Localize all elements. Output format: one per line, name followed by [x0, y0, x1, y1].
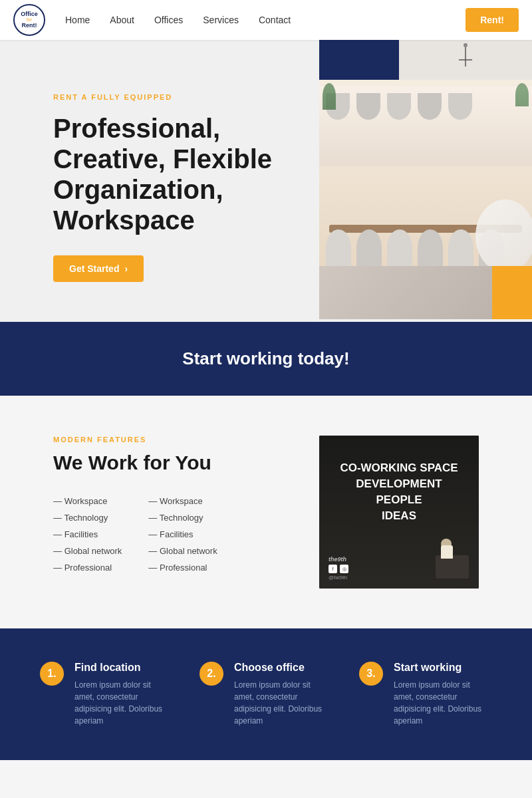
step-1: 1. Find location Lorem ipsum dolor sit a… — [40, 662, 173, 727]
features-list-col1: Workspace Technology Facilities Global n… — [53, 493, 122, 576]
list-item: Professional — [148, 559, 217, 576]
features-coworking-image: CO-WORKING SPACEDEVELOPMENTPEOPLEIDEAS t… — [319, 436, 479, 589]
coworking-heading: CO-WORKING SPACEDEVELOPMENTPEOPLEIDEAS — [340, 460, 458, 523]
step-2: 2. Choose office Lorem ipsum dolor sit a… — [200, 662, 332, 727]
features-tag: MODERN FEATURES — [53, 436, 279, 444]
arrow-icon: › — [124, 263, 128, 274]
hero-bottom-row — [319, 266, 532, 319]
hero-section: RENT A FULLY EQUIPPED Professional,Creat… — [0, 40, 532, 322]
banner-text: Start working today! — [182, 348, 349, 368]
lamp-icon — [446, 40, 485, 80]
step-2-desc: Lorem ipsum dolor sit amet, consectetur … — [234, 679, 332, 727]
coworking-brand: the9th f ◎ @fat9th — [329, 556, 348, 581]
list-item: Professional — [53, 559, 122, 576]
rent-button[interactable]: Rent! — [466, 8, 519, 32]
list-item: Global network — [53, 543, 122, 559]
features-section: MODERN FEATURES We Work for You Workspac… — [0, 396, 532, 628]
orange-accent-block — [492, 266, 532, 319]
steps-section: 1. Find location Lorem ipsum dolor sit a… — [0, 628, 532, 760]
step-3: 3. Start working Lorem ipsum dolor sit a… — [359, 662, 492, 727]
list-item: Workspace — [53, 493, 122, 509]
office-scene — [319, 80, 532, 266]
step-2-content: Choose office Lorem ipsum dolor sit amet… — [234, 662, 332, 727]
coworking-mock: CO-WORKING SPACEDEVELOPMENTPEOPLEIDEAS t… — [319, 436, 479, 589]
step-1-content: Find location Lorem ipsum dolor sit amet… — [74, 662, 173, 727]
lamp-area — [399, 40, 532, 80]
nav-home[interactable]: Home — [65, 15, 90, 25]
nav-services[interactable]: Services — [203, 15, 239, 25]
step-3-number: 3. — [359, 662, 383, 686]
features-content: MODERN FEATURES We Work for You Workspac… — [53, 436, 279, 589]
hero-images — [319, 40, 532, 322]
get-started-label: Get Started — [69, 263, 119, 274]
logo-text-office: Office — [21, 11, 38, 17]
list-item: Workspace — [148, 493, 217, 509]
navbar: Office for Rent! Home About Offices Serv… — [0, 0, 532, 40]
hero-bottom-photo — [319, 266, 492, 319]
list-item: Technology — [53, 509, 122, 526]
get-started-button[interactable]: Get Started › — [53, 255, 144, 282]
nav-contact[interactable]: Contact — [259, 15, 291, 25]
hero-subtitle: RENT A FULLY EQUIPPED — [53, 93, 286, 101]
features-list-col2: Workspace Technology Facilities Global n… — [148, 493, 217, 576]
features-title: We Work for You — [53, 452, 279, 474]
social-handle: @fat9th — [329, 575, 348, 581]
step-3-desc: Lorem ipsum dolor sit amet, consectetur … — [394, 679, 492, 727]
step-3-title: Start working — [394, 662, 492, 674]
logo-text-rent: Rent! — [22, 23, 37, 29]
navy-accent-block — [319, 40, 399, 80]
nav-offices[interactable]: Offices — [154, 15, 183, 25]
step-1-number: 1. — [40, 662, 64, 686]
logo[interactable]: Office for Rent! — [13, 4, 45, 36]
hero-top-row — [319, 40, 532, 80]
person-figure — [436, 555, 469, 579]
offers-section: FLEXIBLE ORGANIZATION Special offers — [0, 760, 532, 798]
step-2-title: Choose office — [234, 662, 332, 674]
nav-about[interactable]: About — [110, 15, 134, 25]
step-1-title: Find location — [74, 662, 173, 674]
list-item: Facilities — [53, 526, 122, 543]
list-item: Technology — [148, 509, 217, 526]
svg-point-2 — [464, 43, 467, 47]
features-lists: Workspace Technology Facilities Global n… — [53, 493, 279, 576]
step-3-content: Start working Lorem ipsum dolor sit amet… — [394, 662, 492, 727]
list-item: Global network — [148, 543, 217, 559]
step-2-number: 2. — [200, 662, 223, 686]
step-1-desc: Lorem ipsum dolor sit amet, consectetur … — [74, 679, 173, 727]
hero-content: RENT A FULLY EQUIPPED Professional,Creat… — [0, 40, 319, 322]
list-item: Facilities — [148, 526, 217, 543]
hero-main-photo — [319, 80, 532, 266]
nav-links: Home About Offices Services Contact — [65, 15, 466, 25]
start-working-banner: Start working today! — [0, 322, 532, 396]
hero-title: Professional,Creative, FlexibleOrganizat… — [53, 113, 286, 235]
